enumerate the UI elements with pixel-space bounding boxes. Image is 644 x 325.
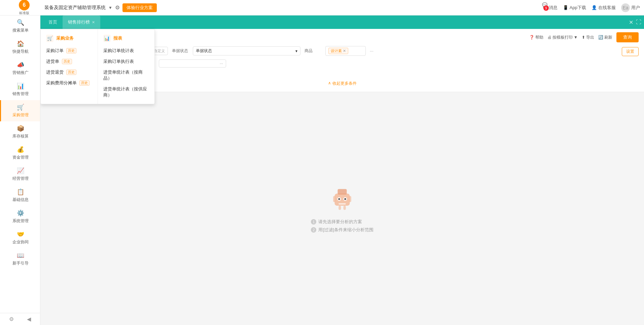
- app-download-btn[interactable]: 📱 App下载: [563, 5, 586, 11]
- sidebar-item-finance[interactable]: 💰 资金管理: [0, 143, 40, 164]
- sidebar-label-marketing: 营销推广: [12, 70, 29, 76]
- sidebar-label-search: 搜索菜单: [12, 28, 29, 33]
- tab-sales-rank-label: 销售排行榜: [68, 19, 90, 25]
- msg-btn[interactable]: 💬 9 消息: [542, 2, 558, 13]
- sidebar-item-marketing[interactable]: 📣 营销推广: [0, 58, 40, 79]
- sidebar-label-basic-info: 基础信息: [12, 197, 29, 203]
- tab-close-window-btn[interactable]: ✕: [629, 19, 633, 26]
- dropdown-item-goods-receipt[interactable]: 进货单 历史: [41, 56, 98, 67]
- goods-input[interactable]: 设计素 ✕: [325, 46, 366, 56]
- sidebar-label-purchase: 采购管理: [12, 112, 29, 118]
- system-dropdown-btn[interactable]: ▼: [108, 5, 112, 10]
- refresh-label: 刷新: [604, 35, 612, 40]
- sidebar-item-guide[interactable]: 📖 新手引导: [0, 248, 40, 270]
- purchase-expense-label: 采购费用分摊单: [46, 80, 77, 86]
- user-label: 用户: [631, 5, 640, 11]
- svg-rect-8: [349, 196, 351, 202]
- help-label: 帮助: [535, 35, 543, 40]
- tip-text-1: 请先选择要分析的方案: [318, 219, 362, 225]
- export-label: 导出: [586, 35, 594, 40]
- goods-return-history-badge: 历史: [66, 70, 76, 75]
- purchase-report-col: 📊 报表 采购订单统计表 采购订单执行表 进货单统计表（按商品） 进货单统计表（…: [98, 29, 155, 104]
- sidebar-item-enterprise[interactable]: 🤝 企业协同: [0, 227, 40, 248]
- online-service-btn[interactable]: 👤 在线客服: [592, 5, 616, 11]
- dropdown-item-receipt-stats-supplier[interactable]: 进货单统计表（按供应商）: [98, 84, 155, 100]
- dropdown-item-order-stats[interactable]: 采购订单统计表: [98, 45, 155, 56]
- dropdown-item-goods-return[interactable]: 进货退货 历史: [41, 67, 98, 78]
- refresh-btn[interactable]: 🔄 刷新: [598, 35, 612, 40]
- header-right: 💬 9 消息 📱 App下载 👤 在线客服 Ea 用户: [542, 2, 640, 13]
- goods-tag-text: 设计素: [331, 48, 342, 53]
- sidebar-item-inventory[interactable]: 📦 库存核算: [0, 121, 40, 143]
- print-btn[interactable]: 🖨 按模板打印 ▼: [547, 35, 578, 40]
- dropdown-item-purchase-expense[interactable]: 采购费用分摊单 历史: [41, 78, 98, 88]
- purchase-business-col: 🛒 采购业务 采购订单 历史 进货单 历史 进货退货 历史 采购费用分摊单: [41, 29, 98, 104]
- sidebar: 🔍 搜索菜单 🏠 快捷导航 📣 营销推广 📊 销售管理 🛒 采购管理 📦 库存核…: [0, 15, 40, 325]
- sidebar-item-sales[interactable]: 📊 销售管理: [0, 79, 40, 100]
- logo-subtitle: 标准版: [19, 11, 29, 15]
- sidebar-bottom: ⚙ ◀: [0, 313, 40, 325]
- sidebar-item-search[interactable]: 🔍 搜索菜单: [0, 15, 40, 37]
- app-label: App下载: [570, 5, 586, 11]
- order-execute-label: 采购订单执行表: [103, 58, 134, 65]
- tip-2: 2 用[过滤]条件来缩小分析范围: [311, 227, 373, 233]
- receipt-stats-goods-label: 进货单统计表（按商品）: [103, 69, 149, 81]
- sidebar-settings-btn[interactable]: ⚙: [9, 316, 14, 322]
- service-label: 在线客服: [598, 5, 616, 11]
- status-select[interactable]: 单据状态 ▾: [193, 46, 300, 55]
- dropdown-item-purchase-order[interactable]: 采购订单 历史: [41, 45, 98, 56]
- query-btn[interactable]: 查询: [616, 32, 639, 42]
- tab-home[interactable]: 首页: [43, 15, 63, 29]
- dropdown-item-receipt-stats-goods[interactable]: 进货单统计表（按商品）: [98, 67, 155, 84]
- print-dropdown-icon: ▼: [574, 35, 578, 40]
- msg-label: 消息: [549, 5, 558, 11]
- print-label: 按模板打印: [552, 35, 573, 40]
- sidebar-collapse-btn[interactable]: ◀: [27, 316, 31, 322]
- salesman-dots[interactable]: ···: [220, 61, 223, 66]
- tab-sales-rank[interactable]: 销售排行榜 ✕: [63, 15, 100, 29]
- tab-fullscreen-btn[interactable]: ⛶: [636, 19, 641, 26]
- dropdown-item-order-execute[interactable]: 采购订单执行表: [98, 56, 155, 67]
- help-icon: ❓: [529, 35, 534, 40]
- order-stats-label: 采购订单统计表: [103, 48, 134, 54]
- tab-close-btn[interactable]: ✕: [92, 20, 95, 25]
- service-icon: 👤: [592, 5, 597, 10]
- header-center: 装备及固定资产辅助管理系统 ▼ ⚙ 体验行业方案: [44, 3, 542, 12]
- industry-btn[interactable]: 体验行业方案: [122, 3, 157, 12]
- goods-more-btn[interactable]: ···: [370, 48, 373, 53]
- svg-point-5: [344, 198, 346, 200]
- sidebar-item-system[interactable]: ⚙️ 系统管理: [0, 206, 40, 227]
- tab-bar: 首页 销售排行榜 ✕ ✕ ⛶: [40, 15, 644, 29]
- status-value: 单据状态: [196, 48, 212, 54]
- sidebar-item-quick-nav[interactable]: 🏠 快捷导航: [0, 37, 40, 58]
- empty-icon: [327, 185, 357, 215]
- purchase-dropdown-menu: 🛒 采购业务 采购订单 历史 进货单 历史 进货退货 历史 采购费用分摊单: [40, 29, 155, 104]
- header-settings-btn[interactable]: ⚙: [115, 4, 120, 11]
- sidebar-label-finance: 资金管理: [12, 155, 29, 160]
- sidebar-item-operations[interactable]: 📈 经营管理: [0, 164, 40, 185]
- finance-icon: 💰: [17, 146, 24, 153]
- content-area: 首页 销售排行榜 ✕ ✕ ⛶ ❓ 帮助 🖨 按模板打印 ▼: [40, 15, 644, 325]
- export-icon: ⬆: [582, 35, 585, 40]
- purchase-expense-history-badge: 历史: [79, 80, 90, 86]
- settings-btn[interactable]: 设置: [622, 47, 639, 56]
- help-btn[interactable]: ❓ 帮助: [529, 35, 543, 40]
- logo-area: 6 标准版: [4, 0, 44, 15]
- sidebar-item-basic-info[interactable]: 📋 基础信息: [0, 185, 40, 206]
- goods-tag-close-btn[interactable]: ✕: [343, 49, 346, 53]
- top-header: 6 标准版 装备及固定资产辅助管理系统 ▼ ⚙ 体验行业方案 💬 9 消息 📱 …: [0, 0, 644, 15]
- tip-1: 1 请先选择要分析的方案: [311, 219, 373, 225]
- user-btn[interactable]: Ea 用户: [621, 3, 640, 12]
- sidebar-label-quick-nav: 快捷导航: [12, 49, 29, 54]
- status-label: 单据状态: [172, 48, 189, 54]
- goods-return-label: 进货退货: [46, 69, 64, 75]
- sidebar-label-enterprise: 企业协同: [12, 239, 29, 245]
- export-btn[interactable]: ⬆ 导出: [582, 35, 594, 40]
- sidebar-label-guide: 新手引导: [12, 260, 29, 266]
- sidebar-item-purchase[interactable]: 🛒 采购管理: [0, 100, 40, 121]
- salesman-select[interactable]: ···: [159, 59, 226, 68]
- empty-state: 1 请先选择要分析的方案 2 用[过滤]条件来缩小分析范围: [311, 185, 373, 233]
- svg-rect-10: [344, 206, 346, 210]
- tip-num-2: 2: [311, 227, 316, 233]
- tip-num-1: 1: [311, 219, 316, 225]
